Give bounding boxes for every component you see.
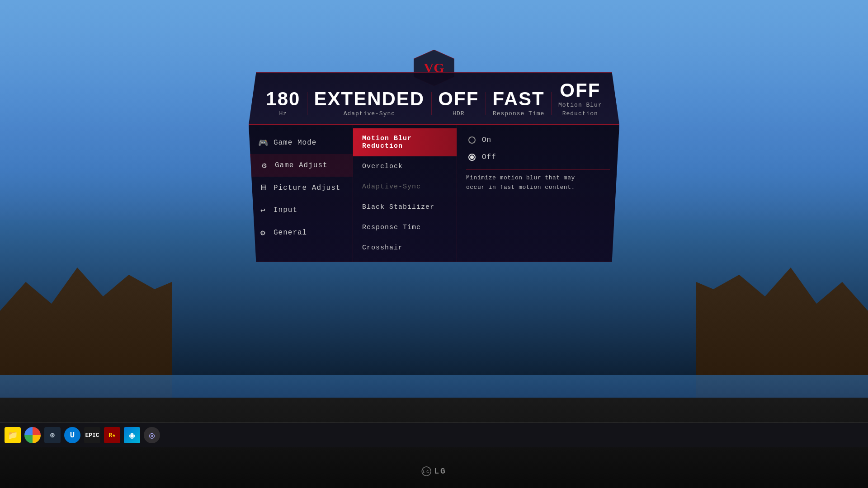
option-description: Minimize motion blur that mayoccur in fa… (466, 174, 610, 192)
nav-label-input: Input (274, 206, 297, 214)
submenu-label-overclock: Overclock (362, 163, 403, 170)
nav-item-game-adjust[interactable]: ⚙ Game Adjust (249, 154, 353, 177)
game-mode-icon: 🎮 (258, 138, 268, 148)
osd-menu: VG 180 Hz EXTENDED Adaptive-Sync OFF HDR… (249, 72, 619, 262)
submenu-overclock[interactable]: Overclock (353, 156, 457, 177)
divider-1 (307, 92, 307, 115)
game-adjust-icon: ⚙ (259, 160, 269, 170)
option-off-row[interactable]: Off (466, 149, 610, 166)
nav-label-general: General (274, 229, 307, 237)
options-panel: On Off Minimize motion blur that mayoccu… (457, 125, 619, 262)
taskbar-chrome[interactable] (24, 427, 41, 443)
input-icon: ↩ (258, 205, 268, 215)
nav-panel: 🎮 Game Mode ⚙ Game Adjust 🖥 Picture Adju… (249, 125, 353, 262)
option-on-row[interactable]: On (466, 131, 610, 149)
submenu-label-motion-blur: Motion Blur Reduction (362, 135, 412, 150)
option-off-label: Off (482, 153, 496, 161)
radio-off[interactable] (468, 154, 476, 161)
response-time-value: FAST (492, 89, 544, 108)
submenu-label-adaptive-sync: Adaptive-Sync (362, 183, 421, 191)
taskbar-epic[interactable]: EPIC (84, 427, 100, 443)
taskbar-files[interactable]: 📁 (5, 427, 21, 443)
lg-circle-icon: LG (421, 466, 431, 476)
submenu-black-stabilizer[interactable]: Black Stabilizer (353, 197, 457, 217)
taskbar-steam[interactable]: ⊛ (44, 427, 61, 443)
monitor-bezel: 📁 ⊛ U EPIC R★ ◉ ◎ LG LG (0, 398, 868, 488)
submenu-label-black-stabilizer: Black Stabilizer (362, 203, 434, 211)
submenu-motion-blur[interactable]: Motion Blur Reduction (353, 128, 457, 156)
nav-item-input[interactable]: ↩ Input (249, 199, 353, 221)
hdr-label: HDR (438, 110, 479, 117)
submenu-label-crosshair: Crosshair (362, 244, 403, 252)
adaptive-sync-label: Adaptive-Sync (314, 110, 425, 117)
nav-item-general[interactable]: ⚙ General (249, 221, 353, 244)
taskbar-uplay[interactable]: U (64, 427, 80, 443)
mbr-label2: Reduction (558, 110, 602, 117)
option-divider (466, 169, 610, 170)
submenu-panel: Motion Blur Reduction Overclock Adaptive… (353, 125, 457, 262)
submenu-adaptive-sync: Adaptive-Sync (353, 177, 457, 197)
nav-item-picture-adjust[interactable]: 🖥 Picture Adjust (249, 177, 353, 199)
mbr-value: OFF (558, 81, 602, 100)
lg-logo: LG LG (421, 466, 447, 476)
radio-on[interactable] (468, 136, 476, 144)
response-time-label: Response Time (492, 110, 544, 117)
status-bar: 180 Hz EXTENDED Adaptive-Sync OFF HDR FA… (249, 72, 619, 125)
hz-status: 180 Hz (266, 89, 300, 117)
adaptive-sync-value: EXTENDED (314, 89, 425, 108)
hdr-status: OFF HDR (438, 89, 479, 117)
submenu-label-response-time: Response Time (362, 224, 421, 231)
hdr-value: OFF (438, 89, 479, 108)
nav-label-game-adjust: Game Adjust (275, 161, 328, 169)
nav-label-game-mode: Game Mode (274, 139, 316, 147)
lg-text: LG (434, 467, 447, 476)
response-time-status: FAST Response Time (492, 89, 544, 117)
nav-item-game-mode[interactable]: 🎮 Game Mode (249, 131, 353, 154)
taskbar-rdr2[interactable]: R★ (104, 427, 120, 443)
taskbar-edge[interactable]: ◉ (124, 427, 140, 443)
divider-2 (431, 92, 432, 115)
divider-4 (551, 92, 552, 115)
menu-area: 🎮 Game Mode ⚙ Game Adjust 🖥 Picture Adju… (249, 125, 619, 262)
mbr-status: OFF Motion Blur Reduction (558, 81, 602, 117)
svg-text:LG: LG (423, 470, 430, 474)
submenu-crosshair[interactable]: Crosshair (353, 238, 457, 258)
hz-label: Hz (266, 110, 300, 117)
hz-value: 180 (266, 89, 300, 108)
divider-3 (486, 92, 486, 115)
taskbar-obs[interactable]: ◎ (144, 427, 160, 443)
submenu-response-time[interactable]: Response Time (353, 217, 457, 238)
mbr-label: Motion Blur (558, 102, 602, 108)
adaptive-sync-status: EXTENDED Adaptive-Sync (314, 89, 425, 117)
option-on-label: On (482, 136, 491, 144)
picture-adjust-icon: 🖥 (258, 183, 268, 192)
general-icon: ⚙ (258, 228, 268, 238)
taskbar: 📁 ⊛ U EPIC R★ ◉ ◎ (0, 422, 868, 447)
nav-label-picture-adjust: Picture Adjust (274, 184, 340, 192)
